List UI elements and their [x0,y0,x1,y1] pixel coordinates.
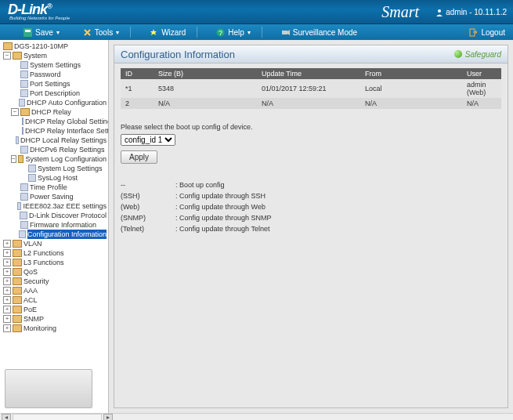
tree-eee[interactable]: IEEE802.3az EEE settings [0,201,108,211]
tree-qos[interactable]: +QoS [0,267,108,277]
scroll-track[interactable] [13,414,102,420]
tree-security[interactable]: +Security [0,277,108,286]
main-area: Configuration Information Safeguard ID S… [109,40,513,413]
tree-password[interactable]: Password [0,70,108,79]
sidebar: DGS-1210-10MP −System System Settings Pa… [0,40,109,413]
chevron-down-icon: ▾ [116,29,119,36]
tree-time-profile[interactable]: Time Profile [0,183,108,192]
svg-text:?: ? [219,29,222,37]
col-user: User [462,68,501,79]
table-header: ID Size (B) Update Time From User [121,68,501,79]
svg-rect-1 [23,28,32,37]
tree-discover[interactable]: D-Link Discover Protocol [0,211,108,220]
apply-button[interactable]: Apply [121,150,157,164]
menu-wizard[interactable]: Wizard [134,24,193,40]
boot-config-select[interactable]: config_id 1 [121,134,175,146]
panel-header: Configuration Information Safeguard [114,45,508,63]
tree-snmp[interactable]: +SNMP [0,314,108,324]
panel-content: ID Size (B) Update Time From User *15348… [114,63,508,241]
tree-acl[interactable]: +ACL [0,295,108,305]
menu-tools[interactable]: Tools▾ [67,24,127,40]
col-update: Update Time [257,68,360,79]
tree-dhcp-local[interactable]: DHCP Local Relay Settings [0,136,108,145]
tree-firmware[interactable]: Firmware Information [0,220,108,230]
logout-icon [469,28,478,37]
camera-icon [281,28,290,37]
nav-tree: DGS-1210-10MP −System System Settings Pa… [0,40,108,336]
body-split: DGS-1210-10MP −System System Settings Pa… [0,40,513,413]
tree-syslog-cfg[interactable]: −System Log Configuration [0,154,108,164]
top-banner: D-Link® Building Networks for People Sma… [0,0,513,24]
user-info: admin - 10.11.1.2 [435,8,507,16]
menu-logout[interactable]: Logout [453,28,513,37]
safeguard-indicator: Safeguard [454,50,501,59]
config-panel: Configuration Information Safeguard ID S… [114,45,508,408]
svg-rect-5 [282,31,287,34]
device-image [0,364,108,413]
svg-rect-2 [25,30,31,32]
tree-poe[interactable]: +PoE [0,305,108,314]
menu-save[interactable]: Save▾ [0,24,67,40]
table-row: *1534801/01/2017 12:59:21Localadmin (Web… [121,79,501,98]
config-table: ID Size (B) Update Time From User *15348… [121,68,501,109]
brand-tagline: Building Networks for People [9,16,70,20]
tree-syslog-host[interactable]: SysLog Host [0,173,108,183]
menu-bar: Save▾ Tools▾ Wizard ? Help▾ Surveillance… [0,24,513,40]
tools-icon [83,28,92,37]
tree-dhcp-relay[interactable]: −DHCP Relay [0,107,108,117]
tree-dhcpv6[interactable]: DHCPv6 Relay Settings [0,145,108,154]
save-icon [23,28,32,37]
tree-l3[interactable]: +L3 Functions [0,258,108,267]
tree-device[interactable]: DGS-1210-10MP [0,42,108,51]
tree-vlan[interactable]: +VLAN [0,239,108,248]
wizard-icon [150,28,158,37]
tree-dhcp-relay-global[interactable]: DHCP Relay Global Setting [0,117,108,126]
legend: --: Boot up config (SSH): Config update … [121,181,501,233]
smart-logo: Smart [381,3,419,21]
tree-port-settings[interactable]: Port Settings [0,79,108,89]
table-row: 2N/AN/AN/AN/A [121,98,501,109]
select-prompt: Please select the boot up config of devi… [121,123,501,131]
tree-power-saving[interactable]: Power Saving [0,192,108,201]
tree-config-info[interactable]: Configuration Information [0,230,108,239]
svg-point-0 [438,9,441,13]
tree-aaa[interactable]: +AAA [0,286,108,295]
tree-syslog-set[interactable]: System Log Settings [0,164,108,173]
col-size: Size (B) [154,68,257,79]
scroll-left[interactable]: ◂ [2,414,11,420]
footer-scroll: ◂ ▸ [0,413,513,420]
panel-title: Configuration Information [121,49,235,60]
safeguard-icon [454,50,462,58]
tree-system[interactable]: −System [0,51,108,60]
tree-port-desc[interactable]: Port Description [0,89,108,98]
tree-dhcp-auto[interactable]: DHCP Auto Configuration [0,98,108,107]
chevron-down-icon: ▾ [247,29,251,36]
chevron-down-icon: ▾ [56,29,60,36]
col-from: From [360,68,462,79]
scroll-right[interactable]: ▸ [103,414,113,420]
tree-l2[interactable]: +L2 Functions [0,248,108,258]
tree-system-settings[interactable]: System Settings [0,60,108,70]
tree-monitoring[interactable]: +Monitoring [0,324,108,333]
col-id: ID [121,68,154,79]
menu-help[interactable]: ? Help▾ [201,24,258,40]
help-icon: ? [216,28,225,37]
tree-dhcp-relay-if[interactable]: DHCP Relay Interface Sett [0,126,108,136]
user-icon [435,9,443,16]
menu-surveillance[interactable]: Surveillance Mode [266,24,365,40]
